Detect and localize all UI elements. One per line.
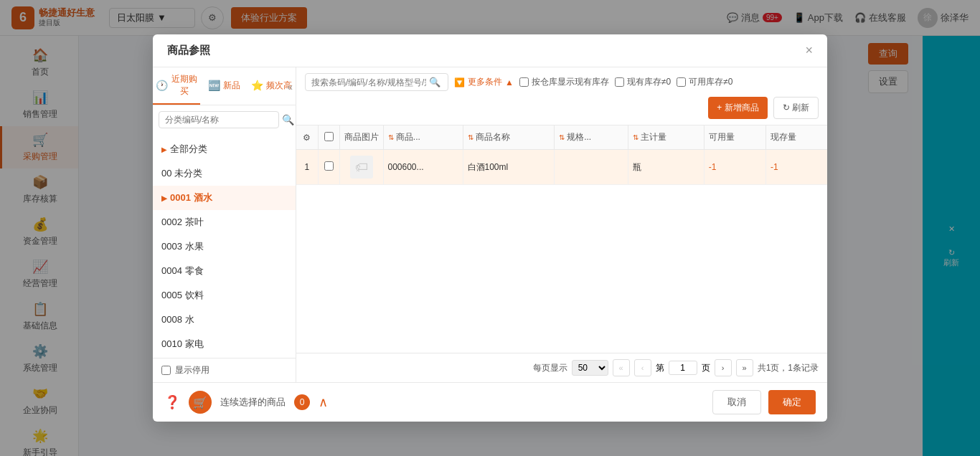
- cat-item-label: 0004 零食: [161, 265, 204, 277]
- product-modal: 商品参照 × 🕐 近期购买 🆕 新品: [153, 34, 827, 422]
- arrow-icon: ▶: [161, 146, 167, 153]
- cat-item-appliance[interactable]: 0010 家电: [153, 332, 296, 356]
- tab-recent-label: 近期购买: [171, 73, 197, 98]
- refresh-button[interactable]: ↻ 刷新: [773, 97, 819, 119]
- available-checkbox[interactable]: [615, 77, 624, 87]
- th-checkbox: [318, 125, 339, 150]
- cat-item-snack[interactable]: 0004 零食: [153, 259, 296, 283]
- cat-item-label: 全部分类: [170, 143, 207, 156]
- show-disabled-checkbox[interactable]: 显示停用: [161, 364, 287, 376]
- warehouse-label: 按仓库显示现有库存: [532, 76, 609, 88]
- search-icon[interactable]: 🔍: [429, 77, 440, 87]
- cat-item-label: 00 未分类: [161, 167, 202, 180]
- sort-icon[interactable]: ⇅: [388, 133, 394, 141]
- usable-checkbox[interactable]: [677, 77, 686, 87]
- cat-item-beverage[interactable]: 0005 饮料: [153, 283, 296, 308]
- modal-footer: ❓ 🛒 连续选择的商品 0 ∧ 取消 确定: [153, 382, 827, 422]
- new-icon: 🆕: [208, 80, 220, 91]
- modal-overlay: 商品参照 × 🕐 近期购买 🆕 新品: [0, 0, 980, 456]
- total-info: 共1页，1条记录: [758, 362, 819, 374]
- cat-item-water[interactable]: 0008 水: [153, 308, 296, 332]
- continuous-label: 连续选择的商品: [220, 396, 286, 409]
- td-code: 000600...: [383, 150, 463, 185]
- tab-recent[interactable]: 🕐 近期购买: [153, 67, 200, 105]
- help-icon[interactable]: ❓: [164, 394, 180, 410]
- product-search-input[interactable]: [311, 77, 426, 87]
- modal-header: 商品参照 ×: [153, 34, 827, 67]
- modal-close-button[interactable]: ×: [805, 43, 813, 58]
- cat-item-label: 0001 酒水: [170, 191, 212, 204]
- td-stock: -1: [766, 150, 827, 185]
- cat-item-liquor[interactable]: ▶ 0001 酒水: [153, 186, 296, 210]
- table-row[interactable]: 1 🏷 000600... 白酒100ml 瓶: [296, 150, 827, 185]
- search-wrap: 🔍: [305, 73, 448, 91]
- per-page-label: 每页显示: [533, 362, 567, 374]
- page-label: 第: [656, 362, 664, 374]
- th-available: 可用量: [704, 125, 765, 150]
- filter-button[interactable]: 🔽 更多条件 ▲: [454, 76, 514, 88]
- th-spec: ⇅ 规格...: [554, 125, 628, 150]
- product-table: ⚙ 商品图片 ⇅ 商品...: [296, 125, 827, 185]
- category-search-icon[interactable]: 🔍: [282, 114, 294, 125]
- category-tabs: 🕐 近期购买 🆕 新品 ⭐ 频次高: [153, 67, 296, 105]
- filter-icon: 🔽: [454, 77, 465, 87]
- sort-icon[interactable]: ⇅: [559, 133, 565, 141]
- select-all-checkbox[interactable]: [324, 132, 334, 141]
- category-list: ▶ 全部分类 00 未分类 ▶ 0001 酒水 0002 茶叶 0003 水果: [153, 134, 296, 358]
- warehouse-checkbox-label[interactable]: 按仓库显示现有库存: [519, 76, 609, 88]
- usable-label: 可用库存≠0: [689, 76, 732, 88]
- th-name: ⇅ 商品名称: [463, 125, 554, 150]
- pagination: 每页显示 50 10 20 100 « ‹ 第 页 › » 共1页，1条记录: [296, 353, 827, 382]
- next-page-button[interactable]: ›: [715, 359, 732, 376]
- product-image: 🏷: [350, 156, 373, 179]
- cat-item-uncategorized[interactable]: 00 未分类: [153, 161, 296, 186]
- sort-icon[interactable]: ⇅: [633, 133, 639, 141]
- tab-new[interactable]: 🆕 新品: [200, 67, 248, 105]
- available-label: 现有库存≠0: [627, 76, 671, 88]
- tab-new-label: 新品: [223, 80, 240, 92]
- per-page-select[interactable]: 50 10 20 100: [572, 360, 608, 376]
- last-page-button[interactable]: »: [736, 359, 753, 376]
- footer-actions: 取消 确定: [712, 390, 816, 414]
- sort-icon[interactable]: ⇅: [468, 133, 473, 141]
- cat-item-all[interactable]: ▶ 全部分类: [153, 137, 296, 161]
- first-page-button[interactable]: «: [613, 359, 630, 376]
- th-stock: 现存量: [766, 125, 827, 150]
- cat-item-label: 0003 水果: [161, 240, 204, 253]
- modal-body: 🕐 近期购买 🆕 新品 ⭐ 频次高 «: [153, 67, 827, 382]
- frequent-icon: ⭐: [251, 80, 263, 91]
- category-search-input[interactable]: [159, 111, 279, 128]
- row-checkbox[interactable]: [324, 161, 334, 171]
- product-table-wrap: ⚙ 商品图片 ⇅ 商品...: [296, 125, 827, 353]
- th-code: ⇅ 商品...: [383, 125, 463, 150]
- collapse-cat-btn[interactable]: «: [287, 81, 293, 92]
- footer-collapse-button[interactable]: ∧: [319, 394, 328, 410]
- warehouse-checkbox[interactable]: [519, 77, 529, 87]
- available-checkbox-label[interactable]: 现有库存≠0: [615, 76, 671, 88]
- add-product-button[interactable]: + 新增商品: [708, 97, 767, 119]
- cancel-button[interactable]: 取消: [712, 390, 761, 414]
- cat-item-label: 0002 茶叶: [161, 216, 204, 229]
- cart-button[interactable]: 🛒: [189, 391, 212, 414]
- toolbar-right: + 新增商品 ↻ 刷新: [708, 97, 819, 119]
- confirm-button[interactable]: 确定: [768, 390, 816, 414]
- th-settings: ⚙: [296, 125, 318, 150]
- recent-icon: 🕐: [156, 80, 168, 91]
- prev-page-button[interactable]: ‹: [634, 359, 651, 376]
- page-input[interactable]: [669, 361, 697, 375]
- cat-item-fruit[interactable]: 0003 水果: [153, 234, 296, 259]
- modal-title: 商品参照: [167, 44, 210, 57]
- arrow-icon: ▶: [161, 194, 167, 202]
- page-suffix: 页: [702, 362, 710, 374]
- content-panel: 🔍 🔽 更多条件 ▲ 按仓库显示现有库存 现有库存≠0: [296, 67, 827, 382]
- cat-item-label: 0010 家电: [161, 338, 204, 351]
- filter-collapse-icon: ▲: [505, 77, 514, 87]
- td-available: -1: [704, 150, 765, 185]
- category-panel: 🕐 近期购买 🆕 新品 ⭐ 频次高 «: [153, 67, 296, 382]
- usable-checkbox-label[interactable]: 可用库存≠0: [677, 76, 732, 88]
- cat-item-tea[interactable]: 0002 茶叶: [153, 210, 296, 234]
- show-disabled-input[interactable]: [161, 366, 171, 375]
- td-num: 1: [296, 150, 318, 185]
- filter-label: 更多条件: [468, 76, 502, 88]
- count-badge: 0: [294, 394, 310, 410]
